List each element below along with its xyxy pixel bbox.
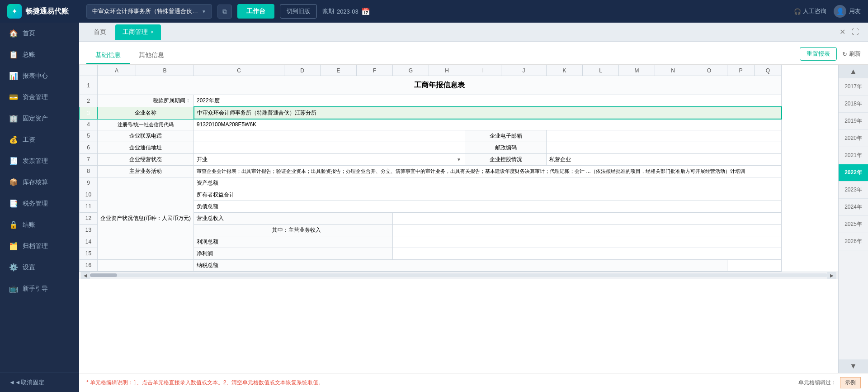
row2-label[interactable]: 税款所属期间： bbox=[98, 95, 194, 107]
row-num-8[interactable]: 8 bbox=[80, 165, 98, 177]
row10-label[interactable]: 所有者权益合计 bbox=[194, 189, 782, 201]
col-p[interactable]: P bbox=[727, 65, 755, 76]
col-k[interactable]: K bbox=[547, 65, 583, 76]
calendar-icon[interactable]: 📅 bbox=[361, 7, 370, 16]
row15-label[interactable]: 净利润 bbox=[194, 248, 393, 259]
row-num-3[interactable]: 3 bbox=[80, 107, 98, 119]
row-num-15[interactable]: 15 bbox=[80, 248, 98, 259]
row13-label[interactable]: 其中：主营业务收入 bbox=[194, 224, 393, 236]
col-g[interactable]: G bbox=[393, 65, 429, 76]
row5-label[interactable]: 企业联系电话 bbox=[98, 130, 194, 142]
copy-button[interactable]: ⧉ bbox=[217, 5, 232, 19]
year-down-button[interactable]: ▼ bbox=[839, 359, 868, 373]
service-button[interactable]: 🎧 人工咨询 bbox=[794, 7, 826, 15]
row-num-14[interactable]: 14 bbox=[80, 236, 98, 248]
col-i[interactable]: I bbox=[465, 65, 501, 76]
workbench-button[interactable]: 工作台 bbox=[237, 4, 274, 19]
sidebar-item-invoice-mgmt[interactable]: 🧾 发票管理 bbox=[0, 150, 79, 172]
sidebar-item-tax-mgmt[interactable]: 📑 税务管理 bbox=[0, 193, 79, 214]
unpin-button[interactable]: ◄◄取消固定 bbox=[0, 373, 79, 392]
row6-postal[interactable] bbox=[547, 142, 782, 153]
row5-phone[interactable] bbox=[194, 130, 465, 142]
row6-label[interactable]: 企业通信地址 bbox=[98, 142, 194, 153]
reset-report-button[interactable]: 重置报表 bbox=[800, 47, 837, 61]
scroll-left-button[interactable]: ◀ bbox=[81, 272, 90, 279]
row-num-13[interactable]: 13 bbox=[80, 224, 98, 236]
row2-value[interactable]: 2022年度 bbox=[194, 95, 782, 107]
tab-business-mgmt[interactable]: 工商管理 × bbox=[115, 24, 161, 40]
col-l[interactable]: L bbox=[583, 65, 619, 76]
close-window-button[interactable]: ✕ bbox=[838, 27, 847, 37]
col-o[interactable]: O bbox=[691, 65, 727, 76]
row-num-12[interactable]: 12 bbox=[80, 212, 98, 224]
col-q[interactable]: Q bbox=[755, 65, 782, 76]
row-num-11[interactable]: 11 bbox=[80, 201, 98, 212]
row-num-6[interactable]: 6 bbox=[80, 142, 98, 153]
row7-label[interactable]: 企业经营状态 bbox=[98, 153, 194, 165]
row4-label[interactable]: 注册号/统一社会信用代码 bbox=[98, 119, 194, 130]
row14-label[interactable]: 利润总额 bbox=[194, 236, 393, 248]
year-item-2023[interactable]: 2023年 bbox=[839, 182, 868, 199]
row-num-4[interactable]: 4 bbox=[80, 119, 98, 130]
title-cell[interactable]: 工商年报信息表 bbox=[98, 76, 782, 95]
year-item-2026[interactable]: 2026年 bbox=[839, 233, 868, 250]
row7-holding-label[interactable]: 企业控股情况 bbox=[465, 153, 547, 165]
row13-value[interactable] bbox=[393, 224, 782, 236]
row6-addr[interactable] bbox=[194, 142, 465, 153]
row-num-1[interactable]: 1 bbox=[80, 76, 98, 95]
row3-value[interactable]: 中审众环会计师事务所（特殊普通合伙）江苏分所 bbox=[194, 107, 782, 119]
tab-close-icon[interactable]: × bbox=[151, 29, 154, 35]
year-up-button[interactable]: ▲ bbox=[839, 65, 868, 78]
row3-label[interactable]: 企业名称 bbox=[98, 107, 194, 119]
col-e[interactable]: E bbox=[321, 65, 357, 76]
sidebar-item-report-center[interactable]: 📊 报表中心 bbox=[0, 65, 79, 86]
row16-value[interactable] bbox=[727, 259, 782, 271]
row-num-7[interactable]: 7 bbox=[80, 153, 98, 165]
row12-value[interactable] bbox=[393, 212, 782, 224]
sidebar-item-new-guide[interactable]: 📺 新手引导 bbox=[0, 278, 79, 299]
col-f[interactable]: F bbox=[357, 65, 393, 76]
year-item-2024[interactable]: 2024年 bbox=[839, 199, 868, 216]
col-b[interactable]: B bbox=[136, 65, 194, 76]
scroll-right-button[interactable]: ▶ bbox=[827, 272, 836, 279]
row-num-9[interactable]: 9 bbox=[80, 177, 98, 189]
sidebar-item-fixed-assets[interactable]: 🏢 固定资产 bbox=[0, 108, 79, 129]
row15-value[interactable] bbox=[393, 248, 782, 259]
year-item-2020[interactable]: 2020年 bbox=[839, 130, 868, 147]
sidebar-item-settings[interactable]: ⚙️ 设置 bbox=[0, 257, 79, 278]
col-j[interactable]: J bbox=[501, 65, 547, 76]
col-m[interactable]: M bbox=[619, 65, 655, 76]
expand-window-button[interactable]: ⛶ bbox=[850, 27, 861, 37]
row9-label[interactable]: 资产总额 bbox=[194, 177, 782, 189]
col-a[interactable]: A bbox=[98, 65, 136, 76]
sidebar-item-close-account[interactable]: 🔒 结账 bbox=[0, 214, 79, 235]
row14-value[interactable] bbox=[393, 236, 782, 248]
row8-value[interactable]: 审查企业会计报表；出具审计报告；验证企业资本；出具验资报告；办理企业合开、分立、… bbox=[194, 165, 782, 177]
col-c[interactable]: C bbox=[194, 65, 284, 76]
row8-label[interactable]: 主营业务活动 bbox=[98, 165, 194, 177]
col-d[interactable]: D bbox=[284, 65, 321, 76]
row7-status[interactable]: 开业 ▼ bbox=[194, 153, 465, 165]
row-num-10[interactable]: 10 bbox=[80, 189, 98, 201]
row-num-2[interactable]: 2 bbox=[80, 95, 98, 107]
row5-email[interactable] bbox=[547, 130, 782, 142]
sidebar-item-fund-mgmt[interactable]: 💳 资金管理 bbox=[0, 86, 79, 108]
year-item-2021[interactable]: 2021年 bbox=[839, 147, 868, 164]
sidebar-item-archive-mgmt[interactable]: 🗂️ 归档管理 bbox=[0, 235, 79, 257]
row11-label[interactable]: 负债总额 bbox=[194, 201, 782, 212]
horizontal-scrollbar[interactable]: ◀ ▶ bbox=[79, 272, 838, 279]
sub-tab-other-info[interactable]: 其他信息 bbox=[130, 48, 173, 64]
row4-value[interactable]: 91320100MA208E5W6K bbox=[194, 119, 782, 130]
row-num-16[interactable]: 16 bbox=[80, 259, 98, 271]
sidebar-item-general-ledger[interactable]: 📋 总账 bbox=[0, 44, 79, 65]
row-num-5[interactable]: 5 bbox=[80, 130, 98, 142]
col-h[interactable]: H bbox=[429, 65, 465, 76]
company-selector[interactable]: 中审众环会计师事务所（特殊普通合伙… ▼ bbox=[86, 4, 212, 19]
sidebar-item-payroll[interactable]: 💰 工资 bbox=[0, 129, 79, 150]
year-item-2025[interactable]: 2025年 bbox=[839, 216, 868, 233]
col-n[interactable]: N bbox=[655, 65, 691, 76]
row5-email-label[interactable]: 企业电子邮箱 bbox=[465, 130, 547, 142]
year-item-2018[interactable]: 2018年 bbox=[839, 96, 868, 113]
sidebar-item-home[interactable]: 🏠 首页 bbox=[0, 23, 79, 44]
year-item-2022[interactable]: 2022年 bbox=[839, 164, 868, 182]
